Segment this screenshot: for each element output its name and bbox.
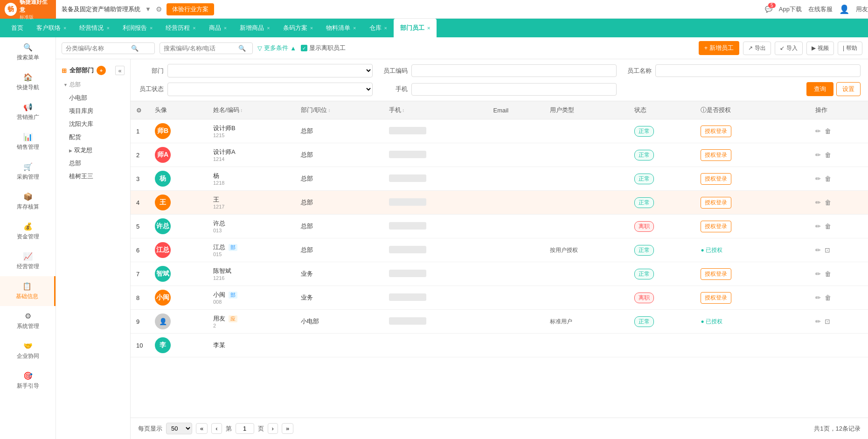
show-resigned-checkbox[interactable]: 显示离职员工 <box>301 44 346 52</box>
category-search-icon[interactable]: 🔍 <box>131 45 139 52</box>
nav-tab-customer-close[interactable]: × <box>63 25 66 31</box>
last-page-btn[interactable]: » <box>282 423 293 434</box>
authorize-btn[interactable]: 授权登录 <box>701 197 731 209</box>
edit-btn[interactable]: ✏ <box>815 199 821 206</box>
delete-btn[interactable]: 🗑 <box>825 270 831 278</box>
nav-tab-employee-close[interactable]: × <box>427 25 430 31</box>
edit-btn[interactable]: ✏ <box>815 270 821 278</box>
edit-btn[interactable]: ✏ <box>815 175 821 182</box>
tree-item-slx[interactable]: 双龙想 <box>56 144 130 157</box>
set-btn[interactable]: 设置 <box>836 82 861 96</box>
authorize-btn[interactable]: 授权登录 <box>701 221 731 232</box>
sidebar-item-search[interactable]: 🔍 搜索菜单 <box>0 37 56 67</box>
nav-tab-add-goods[interactable]: 新增商品 × <box>233 19 276 37</box>
authorize-btn[interactable]: 授权登录 <box>701 268 731 280</box>
tree-group-head-label[interactable]: 总部 <box>56 78 130 91</box>
nav-tab-barcode[interactable]: 条码方案 × <box>277 19 319 37</box>
delete-btn[interactable]: 🗑 <box>825 223 831 230</box>
nav-tab-history[interactable]: 经营历程 × <box>159 19 202 37</box>
nav-tab-goods-close[interactable]: × <box>224 25 227 31</box>
edit-btn[interactable]: ✏ <box>815 294 821 301</box>
tree-item-ph[interactable]: 配货 <box>56 131 130 144</box>
add-dept-btn[interactable]: + <box>97 66 106 75</box>
col-settings[interactable]: ⚙ <box>131 101 149 119</box>
filter-more-btn[interactable]: ▽ 更多条件 ▲ <box>257 44 296 52</box>
app-download-link[interactable]: App下载 <box>779 5 802 14</box>
nav-tab-warehouse-close[interactable]: × <box>384 25 387 31</box>
emp-name-input[interactable] <box>655 64 861 77</box>
delete-btn[interactable]: 🗑 <box>825 199 831 206</box>
nav-tab-bom[interactable]: 物料清单 × <box>319 19 362 37</box>
authorize-btn[interactable]: 授权登录 <box>701 125 731 137</box>
add-employee-btn[interactable]: + 新增员工 <box>699 41 739 55</box>
tree-item-zb[interactable]: 总部 <box>56 157 130 170</box>
sidebar-item-system[interactable]: ⚙ 系统管理 <box>0 306 56 336</box>
nav-tab-home[interactable]: 首页 <box>5 19 30 37</box>
delete-btn[interactable]: ⊡ <box>825 246 830 254</box>
nav-tab-bom-close[interactable]: × <box>353 25 356 31</box>
edit-btn[interactable]: ✏ <box>815 318 821 325</box>
delete-btn[interactable]: 🗑 <box>825 151 831 159</box>
resigned-checkbox-icon[interactable] <box>301 45 307 51</box>
nav-tab-profit-close[interactable]: × <box>150 25 153 31</box>
sidebar-item-basic[interactable]: 📋 基础信息 <box>0 276 56 306</box>
edit-btn[interactable]: ✏ <box>815 127 821 135</box>
dropdown-arrow[interactable]: ▼ <box>145 6 151 13</box>
category-search-input[interactable] <box>66 45 131 52</box>
sidebar-item-nav[interactable]: 🏠 快捷导航 <box>0 67 56 97</box>
nav-tab-add-goods-close[interactable]: × <box>267 25 270 31</box>
nav-tab-warehouse[interactable]: 仓库 × <box>363 19 394 37</box>
search-btn[interactable]: 查询 <box>806 82 833 96</box>
prev-page-btn[interactable]: ‹ <box>211 423 222 434</box>
nav-tab-history-close[interactable]: × <box>193 25 195 31</box>
edit-btn[interactable]: ✏ <box>815 151 821 159</box>
message-wrap[interactable]: 💬 5 <box>765 6 772 13</box>
emp-code-input[interactable] <box>411 64 617 77</box>
employee-search-input[interactable] <box>164 45 238 52</box>
next-page-btn[interactable]: › <box>268 423 278 434</box>
try-btn[interactable]: 体验行业方案 <box>167 3 214 15</box>
nav-tab-customer[interactable]: 客户联络 × <box>30 19 73 37</box>
per-page-select[interactable]: 50 100 <box>166 423 192 434</box>
sidebar-item-guide[interactable]: 🎯 新手引导 <box>0 366 56 396</box>
help-btn[interactable]: | 帮助 <box>838 42 862 55</box>
sidebar-item-sales[interactable]: 📊 销售管理 <box>0 127 56 157</box>
sidebar-item-marketing[interactable]: 📢 营销推广 <box>0 97 56 127</box>
edit-btn[interactable]: ✏ <box>815 223 821 230</box>
first-page-btn[interactable]: « <box>196 423 208 434</box>
nav-tab-goods[interactable]: 商品 × <box>202 19 233 37</box>
edit-btn[interactable]: ✏ <box>815 246 821 254</box>
dept-select[interactable] <box>167 64 373 77</box>
delete-btn[interactable]: 🗑 <box>825 294 831 301</box>
delete-btn[interactable]: 🗑 <box>825 127 831 135</box>
authorize-btn[interactable]: 授权登录 <box>701 149 731 161</box>
gear-icon[interactable]: ⚙ <box>156 5 162 14</box>
tree-item-zswz[interactable]: 植树王三 <box>56 170 130 183</box>
page-input[interactable] <box>236 423 254 434</box>
tree-item-sydk[interactable]: 沈阳大库 <box>56 118 130 131</box>
nav-tab-business[interactable]: 经营情况 × <box>73 19 116 37</box>
sidebar-item-inventory[interactable]: 📦 库存核算 <box>0 187 56 216</box>
sidebar-item-collab[interactable]: 🤝 企业协同 <box>0 336 56 366</box>
tree-collapse-btn[interactable]: « <box>115 66 125 75</box>
emp-status-select[interactable] <box>167 83 373 96</box>
sidebar-item-operation[interactable]: 📈 经营管理 <box>0 246 56 276</box>
col-dept[interactable]: 部门/职位 <box>295 101 383 119</box>
tree-item-xdb[interactable]: 小电部 <box>56 91 130 105</box>
authorize-btn[interactable]: 授权登录 <box>701 292 731 304</box>
employee-search-icon[interactable]: 🔍 <box>238 45 246 52</box>
tree-item-xlk[interactable]: 项目库房 <box>56 105 130 118</box>
online-service-link[interactable]: 在线客服 <box>808 5 833 14</box>
nav-tab-employee[interactable]: 部门员工 × <box>394 19 437 37</box>
nav-tab-business-close[interactable]: × <box>106 25 109 31</box>
view-btn[interactable]: ▶ 视频 <box>806 42 834 55</box>
delete-btn[interactable]: 🗑 <box>825 175 831 182</box>
import-btn[interactable]: ↙ 导入 <box>775 42 803 55</box>
col-phone[interactable]: 手机 <box>383 101 488 119</box>
authorize-btn[interactable]: 授权登录 <box>701 173 731 185</box>
col-name[interactable]: 姓名/编码 <box>208 101 295 119</box>
sidebar-item-finance[interactable]: 💰 资金管理 <box>0 216 56 246</box>
nav-tab-barcode-close[interactable]: × <box>310 25 313 31</box>
export-btn[interactable]: ↗ 导出 <box>743 42 771 55</box>
nav-tab-profit[interactable]: 利润报告 × <box>116 19 159 37</box>
